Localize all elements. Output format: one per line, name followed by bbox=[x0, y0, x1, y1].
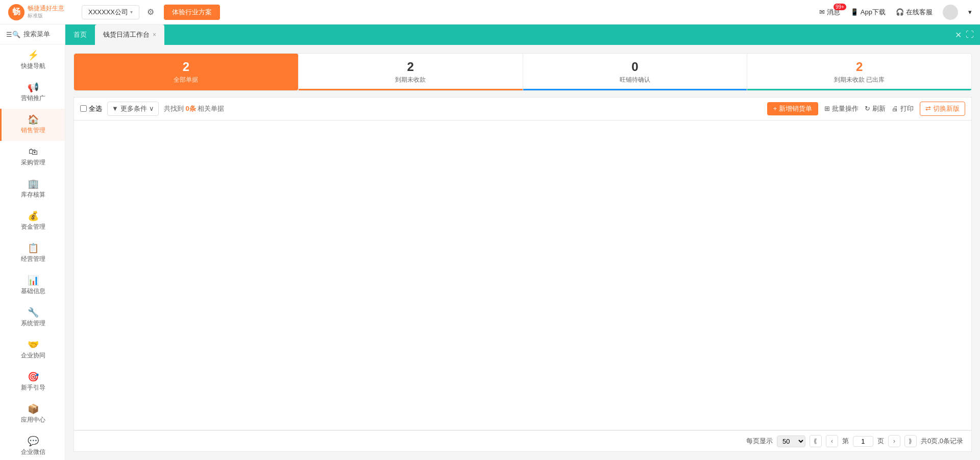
logo-sub: 标准版 bbox=[28, 12, 64, 19]
refresh-label: 刷新 bbox=[872, 104, 886, 113]
chevron-down-icon: ▾ bbox=[130, 9, 133, 15]
user-name-text: ▾ bbox=[968, 8, 972, 16]
batch-operation-button[interactable]: ⊞ 批量操作 bbox=[824, 104, 859, 113]
app-download-button[interactable]: 📱 App下载 bbox=[850, 8, 886, 17]
stat-card-pending[interactable]: 0 旺铺待确认 bbox=[523, 54, 748, 90]
company-name: XXXXXX公司 bbox=[88, 8, 128, 17]
page-prev-button[interactable]: ‹ bbox=[826, 435, 838, 447]
stat-number-overdue: 2 bbox=[307, 60, 514, 75]
sidebar-item-appstore[interactable]: 📦 应用中心 bbox=[0, 398, 65, 430]
new-order-button[interactable]: + 新增销货单 bbox=[767, 102, 818, 115]
tab-bar-right: ✕ ⛶ bbox=[955, 30, 980, 40]
select-all-input[interactable] bbox=[80, 105, 87, 112]
switch-version-button[interactable]: ⇄ 切换新版 bbox=[920, 102, 965, 116]
online-service-label: 在线客服 bbox=[906, 8, 933, 17]
logo-text: 畅捷通好生意 bbox=[28, 5, 64, 13]
tab-minimize-button[interactable]: ✕ bbox=[955, 30, 962, 40]
message-button[interactable]: ✉ 消息 99+ bbox=[819, 8, 840, 17]
sidebar-item-guide[interactable]: 🎯 新手引导 bbox=[0, 366, 65, 398]
experience-button[interactable]: 体验行业方案 bbox=[164, 5, 220, 20]
sidebar-item-label: 企业微信 bbox=[21, 448, 45, 456]
stat-label-pending: 旺铺待确认 bbox=[531, 76, 739, 84]
sidebar-item-label: 经营管理 bbox=[21, 255, 45, 263]
sidebar-item-sales[interactable]: 🏠 销售管理 bbox=[0, 109, 65, 141]
refresh-button[interactable]: ↻ 刷新 bbox=[865, 104, 886, 113]
switch-label: 切换新版 bbox=[933, 104, 960, 113]
sidebar-item-wechat[interactable]: 💬 企业微信 bbox=[0, 430, 65, 460]
logo-area: 畅 畅捷通好生意 标准版 bbox=[8, 4, 74, 20]
sidebar-item-quick-nav[interactable]: ⚡ 快捷导航 bbox=[0, 44, 65, 77]
headset-icon: 🎧 bbox=[896, 8, 904, 16]
page-next-button[interactable]: › bbox=[888, 435, 900, 447]
print-icon: 🖨 bbox=[892, 105, 898, 112]
enterprise-icon: 🤝 bbox=[28, 340, 39, 349]
search-menu-button[interactable]: ☰🔍 搜索菜单 bbox=[0, 25, 65, 44]
sidebar-item-system[interactable]: 🔧 系统管理 bbox=[0, 302, 65, 334]
sidebar-item-purchase[interactable]: 🛍 采购管理 bbox=[0, 141, 65, 173]
sidebar-item-label: 销售管理 bbox=[21, 126, 45, 135]
sidebar-item-basic[interactable]: 📊 基础信息 bbox=[0, 270, 65, 302]
chevron-down-icon: ∨ bbox=[149, 105, 154, 112]
tab-home-label: 首页 bbox=[74, 30, 87, 39]
gear-icon: ⚙ bbox=[147, 7, 154, 17]
sidebar-item-label: 资金管理 bbox=[21, 223, 45, 231]
page-size-select[interactable]: 50 100 200 bbox=[777, 435, 805, 447]
user-name[interactable]: ▾ bbox=[968, 8, 972, 16]
stat-label-all: 全部单据 bbox=[82, 76, 290, 84]
app-download-icon: 📱 bbox=[850, 8, 859, 16]
message-icon: ✉ bbox=[819, 8, 825, 16]
select-all-checkbox[interactable]: 全选 bbox=[80, 104, 102, 113]
online-service-button[interactable]: 🎧 在线客服 bbox=[896, 8, 933, 17]
quick-nav-icon: ⚡ bbox=[28, 51, 39, 60]
found-suffix: 相关单据 bbox=[198, 105, 224, 112]
sidebar-item-label: 系统管理 bbox=[21, 319, 45, 328]
search-menu-label: 搜索菜单 bbox=[23, 30, 50, 39]
sidebar-item-inventory[interactable]: 🏢 库存核算 bbox=[0, 173, 65, 205]
sidebar-item-label: 采购管理 bbox=[21, 158, 45, 167]
tab-bar: 首页 钱货日清工作台 × ✕ ⛶ bbox=[65, 25, 980, 45]
batch-label: 批量操作 bbox=[832, 104, 859, 113]
finance-icon: 💰 bbox=[28, 211, 39, 221]
sidebar-item-label: 快捷导航 bbox=[21, 62, 45, 70]
print-button[interactable]: 🖨 打印 bbox=[892, 104, 914, 113]
page-first-button[interactable]: ⟪ bbox=[810, 435, 822, 447]
filter-button[interactable]: ▼ 更多条件 ∨ bbox=[107, 102, 159, 116]
company-selector[interactable]: XXXXXX公司 ▾ bbox=[82, 5, 139, 19]
sidebar: ☰🔍 搜索菜单 ⚡ 快捷导航 📢 营销推广 🏠 销售管理 🛍 采购管理 🏢 库存… bbox=[0, 25, 65, 460]
switch-icon: ⇄ bbox=[925, 105, 931, 112]
logo-icon: 畅 bbox=[8, 4, 24, 20]
wechat-icon: 💬 bbox=[28, 437, 39, 446]
stat-number-shipped: 2 bbox=[755, 60, 963, 75]
appstore-icon: 📦 bbox=[28, 404, 39, 414]
page-label-text: 第 bbox=[842, 437, 849, 446]
sidebar-item-finance[interactable]: 💰 资金管理 bbox=[0, 205, 65, 237]
sidebar-item-label: 应用中心 bbox=[21, 416, 45, 424]
message-badge: 99+ bbox=[834, 4, 846, 10]
toolbar: 全选 ▼ 更多条件 ∨ 共找到 0条 相关单据 + 新增销货单 bbox=[74, 97, 972, 120]
page-label-ye: 页 bbox=[877, 437, 884, 446]
page-number-input[interactable] bbox=[853, 436, 873, 447]
sidebar-item-label: 企业协同 bbox=[21, 351, 45, 360]
found-count: 0条 bbox=[186, 105, 196, 112]
sidebar-item-marketing[interactable]: 📢 营销推广 bbox=[0, 77, 65, 109]
system-icon: 🔧 bbox=[28, 308, 39, 317]
tab-close-button[interactable]: × bbox=[153, 31, 156, 38]
sidebar-item-label: 新手引导 bbox=[21, 383, 45, 392]
stat-card-overdue[interactable]: 2 到期未收款 bbox=[299, 54, 523, 90]
app-download-label: App下载 bbox=[861, 8, 886, 17]
settings-button[interactable]: ⚙ bbox=[143, 5, 158, 19]
sidebar-item-label: 基础信息 bbox=[21, 287, 45, 296]
tab-home[interactable]: 首页 bbox=[65, 25, 95, 45]
purchase-icon: 🛍 bbox=[29, 147, 38, 156]
tab-maximize-button[interactable]: ⛶ bbox=[966, 30, 974, 39]
content-area: 首页 钱货日清工作台 × ✕ ⛶ 2 全部单据 2 到期未收款 bbox=[65, 25, 980, 460]
sidebar-item-operation[interactable]: 📋 经营管理 bbox=[0, 237, 65, 270]
page-last-button[interactable]: ⟫ bbox=[904, 435, 917, 447]
stat-number-all: 2 bbox=[82, 60, 290, 75]
stat-card-all[interactable]: 2 全部单据 bbox=[74, 54, 299, 90]
stat-card-shipped[interactable]: 2 到期未收款 已出库 bbox=[747, 54, 971, 90]
sidebar-item-enterprise[interactable]: 🤝 企业协同 bbox=[0, 334, 65, 366]
user-avatar[interactable] bbox=[943, 5, 958, 20]
sidebar-item-label: 库存核算 bbox=[21, 190, 45, 199]
tab-workbench[interactable]: 钱货日清工作台 × bbox=[95, 25, 164, 45]
